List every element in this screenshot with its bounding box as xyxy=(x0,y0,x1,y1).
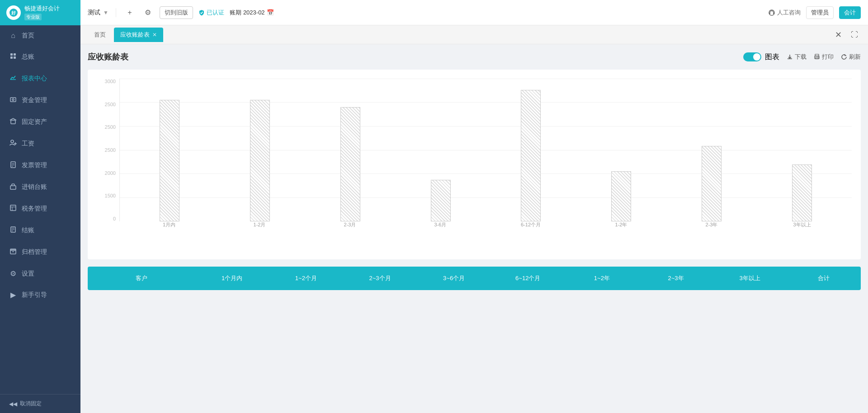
sidebar-item-ledger[interactable]: 总账 xyxy=(0,46,80,68)
svg-point-8 xyxy=(12,99,14,101)
sidebar-item-label: 设置 xyxy=(22,270,34,278)
inventory-icon xyxy=(9,183,17,192)
calendar-icon: 📅 xyxy=(267,9,274,16)
download-button[interactable]: 下载 xyxy=(787,53,807,61)
svg-rect-33 xyxy=(816,57,818,59)
manager-button[interactable]: 管理员 xyxy=(806,6,834,19)
chart-toggle-container: 图表 xyxy=(743,52,779,62)
settings-button[interactable]: ⚙ xyxy=(142,6,154,19)
bar-2 xyxy=(340,107,360,221)
chart-toggle[interactable] xyxy=(743,52,761,61)
bars-container xyxy=(120,79,852,221)
bar-group-3 xyxy=(396,79,486,221)
y-label-0: 0 xyxy=(97,216,119,221)
y-label-3: 2500 xyxy=(97,147,119,153)
svg-rect-4 xyxy=(10,56,13,59)
print-button[interactable]: 打印 xyxy=(814,53,834,61)
tab-aging[interactable]: 应收账龄表 ✕ xyxy=(114,28,163,42)
sidebar-item-label: 进销台账 xyxy=(22,183,47,191)
svg-rect-3 xyxy=(14,53,16,56)
bar-3 xyxy=(431,180,451,221)
cancel-fixed-btn[interactable]: ◀◀ 取消固定 xyxy=(0,394,80,413)
sidebar-item-label: 固定资产 xyxy=(22,118,47,126)
sidebar-item-salary[interactable]: 工资 xyxy=(0,133,80,155)
ledger-icon xyxy=(9,52,17,61)
tab-home[interactable]: 首页 xyxy=(88,28,112,42)
svg-text:好: 好 xyxy=(11,10,16,15)
project-selector[interactable]: 测试 ▼ xyxy=(88,9,108,17)
report-actions: 图表 下载 打印 xyxy=(743,52,861,62)
x-label-6: 2-3年 xyxy=(666,221,757,232)
sidebar-item-assets[interactable]: 固定资产 xyxy=(0,111,80,133)
tabbar: 首页 应收账龄表 ✕ ✕ ⛶ xyxy=(80,25,868,44)
y-label-4: 2500 xyxy=(97,124,119,130)
sidebar-item-label: 总账 xyxy=(22,53,34,61)
bar-group-7 xyxy=(757,79,847,221)
close-panel-button[interactable]: ✕ xyxy=(832,28,844,41)
bar-group-4 xyxy=(486,79,576,221)
consult-button[interactable]: 人工咨询 xyxy=(768,9,801,17)
sidebar-item-home[interactable]: ⌂ 首页 xyxy=(0,25,80,46)
sidebar-item-label: 发票管理 xyxy=(22,161,47,169)
bar-5 xyxy=(611,171,631,221)
sidebar-item-invoice[interactable]: 发票管理 xyxy=(0,155,80,176)
shield-icon xyxy=(198,9,205,16)
y-label-6: 3000 xyxy=(97,79,119,84)
sidebar-item-reports[interactable]: 报表中心 xyxy=(0,68,80,89)
expand-button[interactable]: ⛶ xyxy=(848,28,861,41)
x-label-5: 1-2年 xyxy=(576,221,666,232)
tab-label: 应收账龄表 xyxy=(120,31,150,39)
tabbar-actions: ✕ ⛶ xyxy=(832,28,861,41)
sidebar-item-label: 报表中心 xyxy=(22,75,47,83)
sidebar-item-closing[interactable]: 结账 xyxy=(0,220,80,241)
logo-text: 畅捷通好会计 专业版 xyxy=(24,5,60,21)
logo-icon: 好 xyxy=(6,5,21,20)
x-label-7: 3年以上 xyxy=(757,221,847,232)
sidebar-item-label: 工资 xyxy=(22,140,34,148)
table-header-2-3y: 2~3年 xyxy=(639,274,713,282)
refresh-button[interactable]: 刷新 xyxy=(841,53,861,61)
sidebar-item-label: 首页 xyxy=(22,32,34,40)
sidebar-item-archive[interactable]: 归档管理 xyxy=(0,241,80,263)
sidebar-item-funds[interactable]: 资金管理 xyxy=(0,89,80,111)
bar-0 xyxy=(160,100,179,221)
page-content: 应收账龄表 图表 下载 xyxy=(80,44,868,413)
chart-area: 3000 2500 2500 2500 2000 1500 0 xyxy=(97,79,852,232)
bar-6 xyxy=(702,146,722,221)
reports-icon xyxy=(9,74,17,83)
bar-group-5 xyxy=(576,79,666,221)
headphone-icon xyxy=(768,9,775,16)
x-label-1: 1-2月 xyxy=(214,221,305,232)
topbar: 测试 ▼ + ⚙ 切到旧版 已认证 账期 2023-02 📅 xyxy=(80,0,868,25)
old-version-button[interactable]: 切到旧版 xyxy=(160,6,193,19)
tab-close-icon[interactable]: ✕ xyxy=(152,32,157,38)
gear-icon: ⚙ xyxy=(145,8,151,17)
sidebar-item-settings[interactable]: ⚙ 设置 xyxy=(0,263,80,284)
settings-icon: ⚙ xyxy=(9,269,17,278)
y-label-1: 1500 xyxy=(97,193,119,198)
sidebar-item-guide[interactable]: ▶ 新手引导 xyxy=(0,284,80,305)
accountant-button[interactable]: 会计 xyxy=(839,6,861,19)
page-title: 应收账龄表 xyxy=(88,52,128,62)
refresh-icon xyxy=(841,54,847,60)
bar-4 xyxy=(521,90,541,221)
table-header-total: 合计 xyxy=(787,274,861,282)
svg-point-10 xyxy=(11,140,14,143)
sidebar-item-tax[interactable]: 税务管理 xyxy=(0,198,80,220)
sidebar-item-inventory[interactable]: 进销台账 xyxy=(0,176,80,198)
table-header-3-6m: 3~6个月 xyxy=(417,274,491,282)
x-label-0: 1月内 xyxy=(124,221,214,232)
certified-badge: 已认证 xyxy=(198,9,224,17)
home-icon: ⌂ xyxy=(9,32,17,40)
chevron-down-icon: ▼ xyxy=(103,9,108,16)
x-label-4: 6-12个月 xyxy=(486,221,576,232)
y-label-2: 2000 xyxy=(97,170,119,176)
add-button[interactable]: + xyxy=(123,6,136,19)
download-icon xyxy=(787,54,793,60)
bar-group-0 xyxy=(124,79,215,221)
bar-1 xyxy=(250,100,270,221)
period-selector[interactable]: 账期 2023-02 📅 xyxy=(230,9,274,17)
chart-plot: 1月内 1-2月 2-3月 3-6月 6-12个月 1-2年 2-3年 3年以上 xyxy=(119,79,852,232)
sidebar-item-label: 结账 xyxy=(22,226,34,235)
print-icon xyxy=(814,54,820,60)
